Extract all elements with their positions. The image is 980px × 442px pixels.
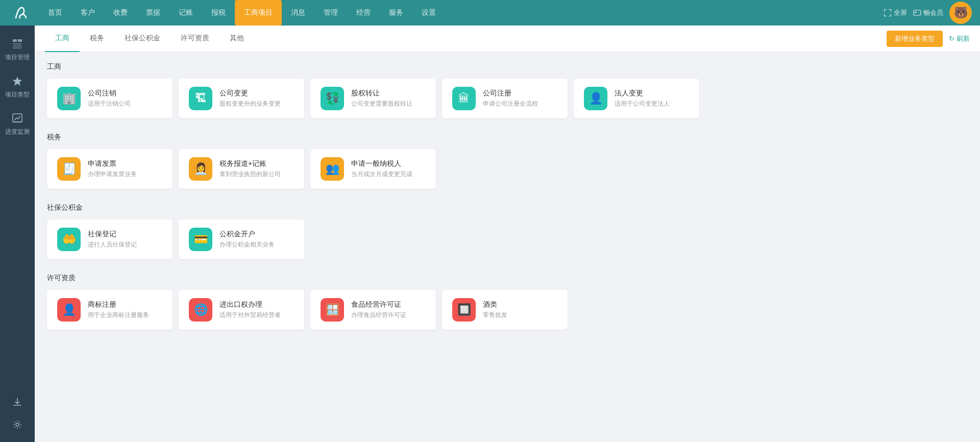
card-item[interactable]: 🤲社保登记进行人员社保登记 <box>47 219 173 259</box>
card-info: 股权转让公司变更需要股权转让 <box>351 89 412 108</box>
card-item[interactable]: 👤法人变更适用于公司变更法人 <box>574 79 699 118</box>
nav-items: 首页客户收费票据记账报税工商项目消息管理经营服务设置 <box>39 0 884 26</box>
card-item[interactable]: 🪟食品经营许可证办理食品经营许可证 <box>310 290 436 330</box>
logo <box>8 0 34 26</box>
svg-rect-1 <box>884 9 885 12</box>
card-icon: 💱 <box>321 87 344 110</box>
card-item[interactable]: 🌐进出口权办理适用于对外贸易经营者 <box>179 290 304 330</box>
card-name: 公司注册 <box>483 89 538 98</box>
tab-其他[interactable]: 其他 <box>219 26 254 52</box>
section-title: 工商 <box>47 62 968 71</box>
refresh-button[interactable]: ↻ 刷新 <box>949 34 970 43</box>
gear-icon[interactable] <box>8 415 27 434</box>
sidebar-item-project-management[interactable]: 项目管理 <box>0 31 35 68</box>
project-management-icon <box>10 37 24 51</box>
scroll-content[interactable]: 工商🏢公司注销适用于注销公司🏗公司变更股权变更外的业务变更💱股权转让公司变更需要… <box>35 52 980 442</box>
card-item[interactable]: 💳公积金开户办理公积金相关业务 <box>179 219 304 259</box>
card-icon: 👤 <box>584 87 607 110</box>
tab-税务[interactable]: 税务 <box>80 26 114 52</box>
sidebar-item-label: 进度监测 <box>5 128 30 136</box>
card-icon: 🧾 <box>57 157 81 181</box>
svg-rect-3 <box>891 9 891 12</box>
card-desc: 适用于注销公司 <box>88 100 131 108</box>
svg-rect-11 <box>18 39 22 42</box>
card-name: 商标注册 <box>88 300 149 309</box>
nav-item-收费[interactable]: 收费 <box>104 0 137 26</box>
card-icon: 👤 <box>57 298 81 322</box>
card-desc: 当月或次月成变更完成 <box>351 170 412 179</box>
card-name: 法人变更 <box>615 89 670 98</box>
card-item[interactable]: 👤商标注册用于企业商标注册服务 <box>47 290 173 330</box>
svg-marker-15 <box>13 77 22 86</box>
card-info: 食品经营许可证办理食品经营许可证 <box>351 300 406 320</box>
nav-item-服务[interactable]: 服务 <box>380 0 412 26</box>
svg-rect-8 <box>914 10 921 15</box>
card-icon: 💳 <box>189 228 212 251</box>
nav-item-客户[interactable]: 客户 <box>71 0 104 26</box>
nav-item-工商项目[interactable]: 工商项目 <box>235 0 282 26</box>
cards-grid: 👤商标注册用于企业商标注册服务🌐进出口权办理适用于对外贸易经营者🪟食品经营许可证… <box>47 290 968 330</box>
card-item[interactable]: 👥申请一般纳税人当月或次月成变更完成 <box>310 149 436 189</box>
tab-社保公积金[interactable]: 社保公积金 <box>114 26 170 52</box>
new-type-button[interactable]: 新增业务类型 <box>887 31 943 47</box>
card-name: 进出口权办理 <box>219 300 281 309</box>
sidebar-item-label: 项目类型 <box>5 90 30 99</box>
card-name: 股权转让 <box>351 89 412 98</box>
card-item[interactable]: 🏛公司注册申请公司注册全流程 <box>442 79 568 118</box>
card-info: 社保登记进行人员社保登记 <box>88 230 137 249</box>
tab-许可资质[interactable]: 许可资质 <box>170 26 219 52</box>
card-info: 申请发票办理申请发票业务 <box>88 159 137 179</box>
nav-item-首页[interactable]: 首页 <box>39 0 71 26</box>
card-item[interactable]: 💱股权转让公司变更需要股权转让 <box>310 79 436 118</box>
nav-item-消息[interactable]: 消息 <box>282 0 314 26</box>
card-icon: 🪟 <box>321 298 344 322</box>
svg-rect-5 <box>884 14 885 16</box>
nav-item-报税[interactable]: 报税 <box>202 0 235 26</box>
card-desc: 用于企业商标注册服务 <box>88 311 149 320</box>
member-btn[interactable]: 畅会员 <box>913 8 943 17</box>
cards-grid: 🤲社保登记进行人员社保登记💳公积金开户办理公积金相关业务 <box>47 219 968 259</box>
sidebar-item-project-type[interactable]: 项目类型 <box>0 68 35 105</box>
card-item[interactable]: 🧾申请发票办理申请发票业务 <box>47 149 173 189</box>
card-desc: 公司变更需要股权转让 <box>351 100 412 108</box>
nav-item-设置[interactable]: 设置 <box>412 0 445 26</box>
card-desc: 办理食品经营许可证 <box>351 311 406 320</box>
card-icon: 🏢 <box>57 87 81 110</box>
card-desc: 股权变更外的业务变更 <box>219 100 281 108</box>
card-name: 申请发票 <box>88 159 137 168</box>
svg-rect-9 <box>915 12 917 13</box>
top-nav: 首页客户收费票据记账报税工商项目消息管理经营服务设置 全屏 畅会员 🐻 <box>0 0 980 26</box>
card-info: 申请一般纳税人当月或次月成变更完成 <box>351 159 412 179</box>
nav-item-经营[interactable]: 经营 <box>347 0 380 26</box>
card-info: 进出口权办理适用于对外贸易经营者 <box>219 300 281 320</box>
sidebar-item-progress-monitor[interactable]: 进度监测 <box>0 105 35 142</box>
card-icon: 👩‍💼 <box>189 157 212 181</box>
svg-rect-13 <box>13 45 22 46</box>
svg-rect-14 <box>13 47 22 48</box>
card-item[interactable]: 👩‍💼税务报道+记账拿到营业执照的新公司 <box>179 149 304 189</box>
project-type-icon <box>10 74 24 88</box>
card-desc: 拿到营业执照的新公司 <box>219 170 281 179</box>
mascot: 🐻 <box>949 2 972 24</box>
card-name: 公司变更 <box>219 89 281 98</box>
progress-monitor-icon <box>10 111 24 126</box>
sidebar-item-label: 项目管理 <box>5 53 30 62</box>
nav-item-票据[interactable]: 票据 <box>137 0 169 26</box>
tab-actions: 新增业务类型↻ 刷新 <box>887 31 970 47</box>
section-title: 社保公积金 <box>47 203 968 212</box>
card-icon: 🏗 <box>189 87 212 110</box>
download-icon[interactable] <box>8 393 27 411</box>
card-item[interactable]: 🔲酒类零售批发 <box>442 290 568 330</box>
svg-rect-12 <box>13 43 22 44</box>
tab-bar: 工商税务社保公积金许可资质其他新增业务类型↻ 刷新 <box>35 26 980 52</box>
tab-工商[interactable]: 工商 <box>45 26 80 52</box>
nav-item-管理[interactable]: 管理 <box>314 0 347 26</box>
card-item[interactable]: 🏢公司注销适用于注销公司 <box>47 79 173 118</box>
card-desc: 零售批发 <box>483 311 507 320</box>
card-item[interactable]: 🏗公司变更股权变更外的业务变更 <box>179 79 304 118</box>
nav-item-记账[interactable]: 记账 <box>169 0 202 26</box>
nav-right: 全屏 畅会员 🐻 <box>884 2 972 24</box>
fullscreen-btn[interactable]: 全屏 <box>884 8 907 17</box>
content-area: 工商税务社保公积金许可资质其他新增业务类型↻ 刷新 工商🏢公司注销适用于注销公司… <box>35 26 980 442</box>
card-icon: 🤲 <box>57 228 81 251</box>
